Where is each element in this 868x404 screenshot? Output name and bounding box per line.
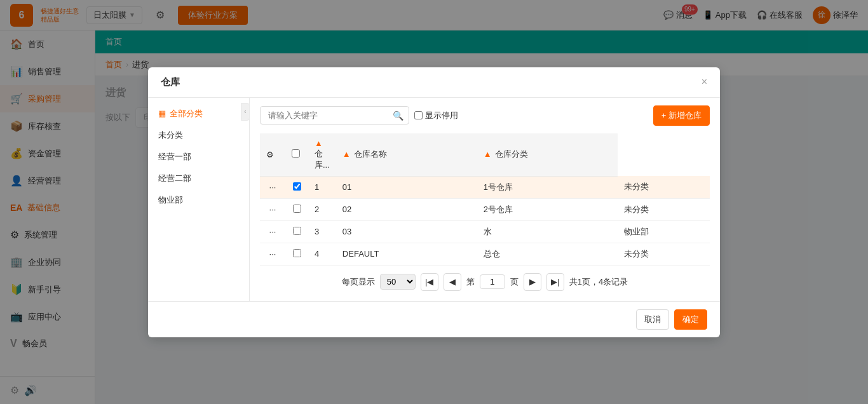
table-row[interactable]: ··· 1 01 1号仓库 未分类 xyxy=(260,176,710,198)
modal-body: ▦ 全部分类 未分类 经营一部 经营二部 物业部 ‹ xyxy=(148,98,720,301)
total-label: 共1页，4条记录 xyxy=(569,276,628,288)
modal-sidebar-label-3: 经营二部 xyxy=(158,173,191,184)
modal-footer: 取消 确定 xyxy=(148,301,720,337)
col-header-settings[interactable]: ⚙ xyxy=(260,133,285,177)
modal-sidebar-item-property[interactable]: 物业部 xyxy=(148,189,249,211)
page-input[interactable] xyxy=(480,274,505,289)
row-category-1: 未分类 xyxy=(618,198,710,220)
modal-header: 仓库 × xyxy=(148,67,720,98)
grid-icon: ▦ xyxy=(158,109,166,118)
row-checkbox-2[interactable] xyxy=(285,220,308,243)
warehouse-modal: 仓库 × ▦ 全部分类 未分类 经营一部 经营二部 xyxy=(148,67,720,337)
first-page-btn[interactable]: |◀ xyxy=(421,273,438,291)
page-label: 第 xyxy=(466,276,475,288)
row-name-2: 水 xyxy=(477,220,618,243)
row-num-2: 3 xyxy=(308,220,336,243)
add-warehouse-btn[interactable]: + 新增仓库 xyxy=(653,105,710,126)
per-page-select[interactable]: 50 100 xyxy=(380,274,416,290)
modal-main-area: 🔍 显示停用 + 新增仓库 ⚙ xyxy=(250,98,720,301)
show-disabled-checkbox[interactable] xyxy=(414,111,423,119)
modal-sidebar-item-uncategorized[interactable]: 未分类 xyxy=(148,125,249,146)
modal-overlay: 仓库 × ▦ 全部分类 未分类 经营一部 经营二部 xyxy=(0,0,868,404)
row-num-0: 1 xyxy=(308,176,336,198)
modal-sidebar: ▦ 全部分类 未分类 经营一部 经营二部 物业部 ‹ xyxy=(148,98,250,301)
show-disabled-label[interactable]: 显示停用 xyxy=(414,110,458,121)
warehouse-table-container: ⚙ ▲ 仓库... ▲ 仓库名称 xyxy=(260,133,710,266)
row-settings-1[interactable]: ··· xyxy=(260,198,285,220)
row-code-2: 03 xyxy=(336,220,477,243)
modal-sidebar-all-label: 全部分类 xyxy=(170,108,203,119)
search-input[interactable] xyxy=(266,107,393,124)
row-name-1: 2号仓库 xyxy=(477,198,618,220)
modal-close-btn[interactable]: × xyxy=(702,76,707,88)
row-checkbox-0[interactable] xyxy=(285,176,308,198)
row-name-3: 总仓 xyxy=(477,243,618,265)
modal-sidebar-label-1: 未分类 xyxy=(158,130,183,141)
row-num-3: 4 xyxy=(308,243,336,265)
select-all-checkbox[interactable] xyxy=(292,149,300,158)
pagination: 每页显示 50 100 |◀ ◀ 第 页 ▶ ▶| 共1页，4条记录 xyxy=(260,266,710,293)
warehouse-table: ⚙ ▲ 仓库... ▲ 仓库名称 xyxy=(260,133,710,266)
modal-title: 仓库 xyxy=(161,76,180,88)
col-header-code[interactable]: ▲ 仓库... xyxy=(308,133,336,177)
modal-sidebar-label-4: 物业部 xyxy=(158,194,183,206)
sort-icon-code: ▲ xyxy=(315,138,323,148)
col-header-category[interactable]: ▲ 仓库分类 xyxy=(477,133,618,177)
row-category-3: 未分类 xyxy=(618,243,710,265)
search-icon[interactable]: 🔍 xyxy=(393,111,403,121)
row-category-0: 未分类 xyxy=(618,176,710,198)
row-checkbox-1[interactable] xyxy=(285,198,308,220)
sidebar-collapse-btn[interactable]: ‹ xyxy=(241,103,250,121)
per-page-label: 每页显示 xyxy=(342,276,375,288)
modal-sidebar-item-dept1[interactable]: 经营一部 xyxy=(148,146,249,168)
row-settings-0[interactable]: ··· xyxy=(260,176,285,198)
table-row[interactable]: ··· 3 03 水 物业部 xyxy=(260,220,710,243)
confirm-btn[interactable]: 确定 xyxy=(674,309,707,330)
row-name-0: 1号仓库 xyxy=(477,176,618,198)
row-checkbox-3[interactable] xyxy=(285,243,308,265)
col-header-checkbox xyxy=(285,133,308,177)
row-settings-2[interactable]: ··· xyxy=(260,220,285,243)
row-category-2: 物业部 xyxy=(618,220,710,243)
search-bar: 🔍 显示停用 + 新增仓库 xyxy=(260,105,710,126)
table-row[interactable]: ··· 4 DEFAULT 总仓 未分类 xyxy=(260,243,710,265)
last-page-btn[interactable]: ▶| xyxy=(546,273,564,291)
next-page-btn[interactable]: ▶ xyxy=(524,273,541,291)
table-row[interactable]: ··· 2 02 2号仓库 未分类 xyxy=(260,198,710,220)
modal-sidebar-item-dept2[interactable]: 经营二部 xyxy=(148,168,249,189)
table-header-row: ⚙ ▲ 仓库... ▲ 仓库名称 xyxy=(260,133,710,177)
row-settings-3[interactable]: ··· xyxy=(260,243,285,265)
row-code-0: 01 xyxy=(336,176,477,198)
sort-icon-name: ▲ xyxy=(342,149,351,159)
cancel-btn[interactable]: 取消 xyxy=(636,309,669,330)
search-input-wrap: 🔍 xyxy=(260,106,409,125)
modal-sidebar-item-all[interactable]: ▦ 全部分类 xyxy=(148,103,249,125)
row-code-3: DEFAULT xyxy=(336,243,477,265)
page-suffix: 页 xyxy=(510,276,519,288)
row-num-1: 2 xyxy=(308,198,336,220)
col-header-name[interactable]: ▲ 仓库名称 xyxy=(336,133,477,177)
prev-page-btn[interactable]: ◀ xyxy=(444,273,461,291)
sort-icon-cat: ▲ xyxy=(484,149,492,159)
row-code-1: 02 xyxy=(336,198,477,220)
modal-sidebar-label-2: 经营一部 xyxy=(158,151,191,163)
